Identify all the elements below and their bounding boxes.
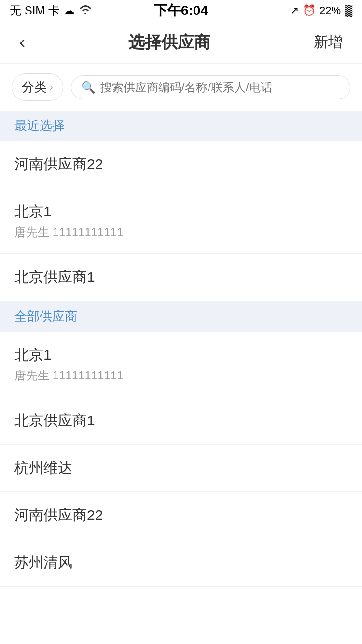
recent-section-label: 最近选择 — [14, 118, 65, 133]
status-time: 下午6:04 — [154, 1, 208, 20]
item-sub: 唐先生 11111111111 — [14, 224, 348, 240]
list-item[interactable]: 北京供应商1 — [0, 397, 362, 445]
alarm-icon: ⏰ — [303, 4, 316, 17]
item-name: 苏州清风 — [14, 553, 348, 573]
sim-status: 无 SIM 卡 ☁ — [10, 3, 75, 18]
category-label: 分类 — [22, 79, 47, 96]
search-icon: 🔍 — [81, 81, 96, 94]
filter-bar: 分类 › 🔍 — [0, 64, 362, 111]
list-item[interactable]: 北京1唐先生 11111111111 — [0, 188, 362, 254]
category-button[interactable]: 分类 › — [12, 73, 63, 101]
status-right: ↗ ⏰ 22% ▓ — [290, 4, 352, 17]
item-sub: 唐先生 11111111111 — [14, 368, 348, 383]
all-section-header: 全部供应商 — [0, 301, 362, 332]
list-item[interactable]: 北京供应商1 — [0, 254, 362, 301]
item-name: 北京1 — [14, 345, 348, 365]
battery-level: 22% — [320, 4, 341, 17]
chevron-right-icon: › — [50, 82, 53, 93]
item-name: 河南供应商22 — [14, 505, 348, 525]
nav-bar: ‹ 选择供应商 新增 — [0, 21, 362, 64]
item-name: 北京供应商1 — [14, 267, 348, 287]
recent-list: 河南供应商22北京1唐先生 11111111111北京供应商1 — [0, 141, 362, 301]
item-name: 北京1 — [14, 202, 348, 222]
location-icon: ↗ — [290, 4, 299, 17]
list-item[interactable]: 北京1唐先生 11111111111 — [0, 332, 362, 397]
item-name: 杭州维达 — [14, 458, 348, 478]
list-item[interactable]: 河南供应商22 — [0, 492, 362, 539]
list-item[interactable]: 杭州维达 — [0, 445, 362, 492]
search-box[interactable]: 🔍 — [71, 75, 350, 99]
list-item[interactable]: 苏州清风 — [0, 539, 362, 587]
status-left: 无 SIM 卡 ☁ — [10, 3, 92, 18]
search-input[interactable] — [100, 81, 340, 94]
item-name: 北京供应商1 — [14, 411, 348, 431]
recent-section-header: 最近选择 — [0, 111, 362, 141]
all-section-label: 全部供应商 — [14, 309, 77, 323]
page-title: 选择供应商 — [128, 31, 210, 54]
list-item[interactable]: 河南供应商22 — [0, 141, 362, 188]
item-name: 河南供应商22 — [14, 154, 348, 174]
battery-icon: ▓ — [345, 4, 352, 17]
wifi-icon — [79, 4, 92, 17]
all-list: 北京1唐先生 11111111111北京供应商1杭州维达河南供应商22苏州清风 — [0, 332, 362, 587]
back-button[interactable]: ‹ — [14, 28, 30, 57]
status-bar: 无 SIM 卡 ☁ 下午6:04 ↗ ⏰ 22% ▓ — [0, 0, 362, 21]
add-button[interactable]: 新增 — [309, 28, 348, 57]
